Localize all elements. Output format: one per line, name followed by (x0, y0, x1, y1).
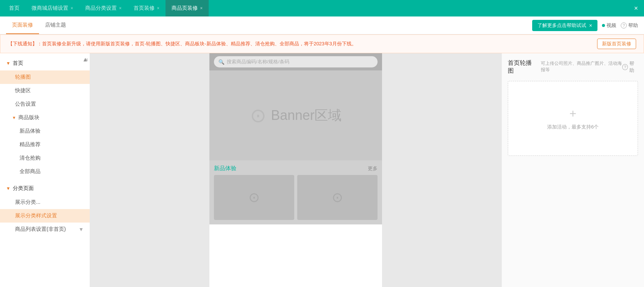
tab-home[interactable]: 首页 (3, 0, 26, 16)
sidebar-section-home[interactable]: ▼ 首页 (0, 56, 90, 70)
sidebar: ▲ « ▼ 首页 轮播图 快捷区 公告设置 ▼ 商品版块 (0, 53, 90, 287)
sidebar-item-show-category[interactable]: 展示分类... (0, 196, 90, 209)
preview-search-bar: 🔍 搜索商品编码/名称/规格/条码 (209, 53, 382, 70)
content-area: ▲ « ▼ 首页 轮播图 快捷区 公告设置 ▼ 商品版块 (0, 53, 644, 287)
sub-tab-right: 了解更多点击帮助试试 × 视频 ? 帮助 (532, 20, 638, 31)
help-button[interactable]: ? 帮助 (621, 22, 638, 29)
tab-category-settings-close[interactable]: × (119, 6, 122, 11)
tab-home-decor[interactable]: 首页装修 × (128, 0, 166, 16)
product-card-2: ⊙ (297, 175, 378, 220)
add-activity-label: 添加活动，最多支持6个 (547, 124, 599, 130)
sidebar-item-notice-setting[interactable]: 公告设置 (0, 97, 90, 111)
sub-tab-store-theme[interactable]: 店铺主题 (39, 16, 72, 34)
preview-banner[interactable]: ⊙ Banner区域 (209, 70, 382, 160)
sub-tab-page-decor[interactable]: 页面装修 (6, 16, 39, 34)
sidebar-item-all-products[interactable]: 全部商品 (0, 165, 90, 178)
preview-search-input: 🔍 搜索商品编码/名称/规格/条码 (214, 56, 378, 67)
right-panel: 首页轮播图 可上传公司照片、商品推广图片、活动海报等 ? 帮助 + 添加活动，最… (501, 53, 644, 287)
new-version-button[interactable]: 新版首页装修 (597, 39, 636, 49)
notice-bar: 【下线通知】：首页装修全新升级，请使用新版首页装修，首页-轮播图、快捷区、商品板… (0, 34, 644, 53)
sidebar-item-clearance[interactable]: 清仓抢购 (0, 151, 90, 165)
tab-store-settings-close[interactable]: × (71, 6, 73, 11)
tab-bar-close-all[interactable]: × (631, 4, 641, 12)
product-card-icon-2: ⊙ (332, 190, 343, 205)
home-section-arrow: ▼ (6, 61, 11, 66)
product-section-more: 更多 (368, 165, 378, 172)
help-banner[interactable]: 了解更多点击帮助试试 × (532, 20, 597, 31)
sidebar-section-category[interactable]: ▼ 分类页面 (0, 181, 90, 196)
product-grid: ⊙ ⊙ (214, 175, 378, 220)
phone-preview: 🔍 搜索商品编码/名称/规格/条码 ⊙ Banner区域 新品体验 更多 (209, 53, 382, 287)
product-block-arrow: ▼ (12, 115, 16, 120)
tab-product-decor-close[interactable]: × (200, 6, 203, 11)
video-link[interactable]: 视频 (602, 22, 616, 29)
right-panel-subtitle: 可上传公司照片、商品推广图片、活动海报等 (541, 60, 622, 73)
add-icon: + (569, 107, 576, 121)
sidebar-item-category-style[interactable]: 展示分类样式设置 (0, 209, 90, 223)
sidebar-item-shortcut[interactable]: 快捷区 (0, 84, 90, 97)
tab-category-settings[interactable]: 商品分类设置 × (79, 0, 128, 16)
category-section-label: 分类页面 (13, 185, 34, 192)
help-banner-text: 了解更多点击帮助试试 (537, 22, 586, 29)
category-section-arrow: ▼ (6, 186, 11, 191)
preview-area: 🔍 搜索商品编码/名称/规格/条码 ⊙ Banner区域 新品体验 更多 (90, 53, 501, 287)
sub-tab-bar: 页面装修 店铺主题 了解更多点击帮助试试 × 视频 ? 帮助 (0, 16, 644, 34)
banner-content: ⊙ Banner区域 (250, 104, 342, 127)
search-icon: 🔍 (218, 59, 224, 65)
tab-home-decor-close[interactable]: × (157, 6, 159, 11)
sidebar-item-featured[interactable]: 精品推荐 (0, 138, 90, 151)
main-container: 页面装修 店铺主题 了解更多点击帮助试试 × 视频 ? 帮助 【下线通知】：首页… (0, 16, 644, 287)
right-panel-question-icon: ? (622, 64, 628, 70)
right-panel-header: 首页轮播图 可上传公司照片、商品推广图片、活动海报等 ? 帮助 (508, 59, 638, 75)
tab-bar: 首页 微商城店铺设置 × 商品分类设置 × 首页装修 × 商品页装修 × × (0, 0, 644, 16)
right-panel-help-btn[interactable]: ? 帮助 (622, 60, 638, 74)
sidebar-item-product-list-setting[interactable]: 商品列表设置(非首页) ▼ (0, 223, 90, 236)
sidebar-subsection-product-block[interactable]: ▼ 商品版块 (0, 111, 90, 124)
home-section-label: 首页 (13, 60, 23, 67)
product-card-1: ⊙ (214, 175, 294, 220)
question-icon: ? (621, 22, 627, 28)
help-banner-close[interactable]: × (589, 22, 592, 28)
tab-product-decor[interactable]: 商品页装修 × (166, 0, 209, 16)
sidebar-item-new-experience[interactable]: 新品体验 (0, 124, 90, 138)
video-dot-icon (602, 24, 605, 27)
tab-store-settings[interactable]: 微商城店铺设置 × (26, 0, 79, 16)
product-card-icon-1: ⊙ (248, 190, 260, 205)
product-section-header: 新品体验 更多 (214, 165, 378, 172)
preview-product-section: 新品体验 更多 ⊙ ⊙ (209, 160, 382, 224)
product-section-title: 新品体验 (214, 165, 236, 172)
banner-logo-icon: ⊙ (250, 104, 266, 127)
notice-text: 【下线通知】：首页装修全新升级，请使用新版首页装修，首页-轮播图、快捷区、商品板… (8, 40, 357, 47)
sidebar-collapse-left[interactable]: « (85, 56, 88, 63)
product-list-expand-icon: ▼ (78, 226, 84, 232)
product-block-label: 商品版块 (18, 114, 39, 121)
add-activity-box[interactable]: + 添加活动，最多支持6个 (508, 81, 638, 156)
right-panel-title: 首页轮播图 (508, 59, 535, 75)
sidebar-item-banner[interactable]: 轮播图 (0, 70, 90, 84)
